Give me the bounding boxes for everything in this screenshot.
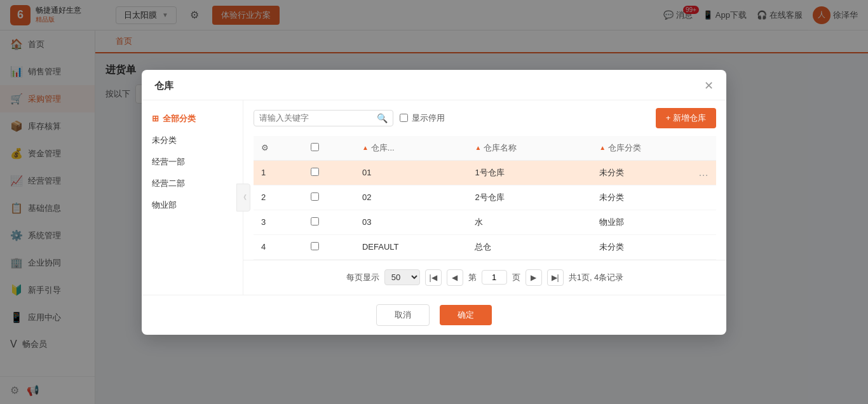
table-body: 1 01 1号仓库 未分类 … 2 [254,160,716,259]
th-code-label: 仓库... [371,142,395,154]
per-page-select[interactable]: 50 20 100 [384,269,420,285]
select-all-checkbox[interactable] [311,143,319,151]
category-unclassified[interactable]: 未分类 [142,130,243,151]
row-checkbox-4[interactable] [311,242,319,250]
th-name: ▲ 仓库名称 [467,136,592,161]
cancel-button[interactable]: 取消 [376,304,430,326]
warehouse-table: ⚙ ▲ 仓库... ▲ [254,136,716,260]
modal-footer: 取消 确定 [142,295,726,335]
category-panel: ⊞ 全部分类 未分类 经营一部 经营二部 物业部 《 [142,100,243,295]
row-name-2: 2号仓库 [467,185,592,210]
row-index-2: 2 [254,185,303,210]
category-operations-2[interactable]: 经营二部 [142,173,243,194]
category-operations-2-label: 经营二部 [152,178,185,189]
th-category-label: 仓库分类 [608,142,641,154]
page-suffix: 页 [512,272,520,283]
warehouse-modal: 仓库 ✕ ⊞ 全部分类 未分类 经营一部 经营二部 [142,70,726,335]
row-index-1: 1 [254,160,303,185]
row-check-2 [303,185,355,210]
table-wrap: ⚙ ▲ 仓库... ▲ [243,136,726,260]
modal-header: 仓库 ✕ [142,70,726,100]
row-check-4 [303,234,355,259]
row-category-3: 物业部 [592,210,716,234]
search-input[interactable] [259,113,377,123]
first-page-button[interactable]: |◀ [425,269,442,286]
table-row[interactable]: 4 DEFAULT 总仓 未分类 [254,234,716,259]
th-gear-icon: ⚙ [261,143,269,152]
table-toolbar: 🔍 显示停用 + 新增仓库 [243,100,726,136]
search-input-wrap: 🔍 [254,110,393,126]
next-page-button[interactable]: ▶ [526,269,542,286]
add-warehouse-button[interactable]: + 新增仓库 [656,108,716,128]
row-code-1: 01 [355,160,468,185]
category-operations-1[interactable]: 经营一部 [142,151,243,173]
category-all[interactable]: ⊞ 全部分类 [142,108,243,130]
table-header-row: ⚙ ▲ 仓库... ▲ [254,136,716,161]
page-number-input[interactable] [482,270,507,285]
search-icon[interactable]: 🔍 [377,113,388,123]
sort-icon-2: ▲ [475,144,481,151]
category-all-label: 全部分类 [163,113,196,125]
show-disabled-wrap: 显示停用 [400,112,445,124]
row-index-3: 3 [254,210,303,234]
row-checkbox-3[interactable] [311,217,319,226]
category-collapse-button[interactable]: 《 [236,184,250,212]
sort-icon-3: ▲ [599,144,606,151]
row-category-4: 未分类 [592,234,716,259]
table-row[interactable]: 1 01 1号仓库 未分类 … [254,160,716,185]
row-checkbox-1[interactable] [311,168,319,176]
th-checkbox [303,136,355,161]
modal-close-button[interactable]: ✕ [704,80,714,91]
row-name-3: 水 [467,210,592,234]
show-disabled-label: 显示停用 [412,112,445,124]
th-settings: ⚙ [254,136,303,161]
row-name-1: 1号仓库 [467,160,592,185]
row-category-2: 未分类 [592,185,716,210]
category-unclassified-label: 未分类 [152,135,177,146]
category-property-label: 物业部 [152,199,177,211]
show-disabled-checkbox[interactable] [400,114,408,122]
per-page-label: 每页显示 [346,272,379,283]
modal-overlay[interactable]: 仓库 ✕ ⊞ 全部分类 未分类 经营一部 经营二部 [0,0,868,404]
confirm-button[interactable]: 确定 [440,305,492,325]
category-property[interactable]: 物业部 [142,194,243,216]
last-page-button[interactable]: ▶| [547,269,564,286]
category-operations-1-label: 经营一部 [152,156,185,168]
modal-body: ⊞ 全部分类 未分类 经营一部 经营二部 物业部 《 [142,100,726,295]
row-check-1 [303,160,355,185]
grid-icon: ⊞ [152,114,159,123]
row-checkbox-2[interactable] [311,192,319,201]
row-code-4: DEFAULT [355,234,468,259]
modal-title: 仓库 [154,80,173,92]
table-panel: 🔍 显示停用 + 新增仓库 ⚙ [243,100,726,295]
sort-icon: ▲ [362,144,369,151]
row-actions-1[interactable]: … [698,167,709,178]
row-name-4: 总仓 [467,234,592,259]
th-code: ▲ 仓库... [355,136,468,161]
table-head: ⚙ ▲ 仓库... ▲ [254,136,716,161]
th-name-label: 仓库名称 [484,142,517,154]
page-prefix: 第 [468,272,477,283]
row-code-3: 03 [355,210,468,234]
th-category: ▲ 仓库分类 [592,136,716,161]
row-check-3 [303,210,355,234]
table-row[interactable]: 3 03 水 物业部 [254,210,716,234]
row-category-1: 未分类 … [592,160,716,185]
total-info: 共1页, 4条记录 [569,272,624,283]
row-code-2: 02 [355,185,468,210]
table-row[interactable]: 2 02 2号仓库 未分类 [254,185,716,210]
pagination: 每页显示 50 20 100 |◀ ◀ 第 页 ▶ ▶| 共1页, 4条记录 [243,260,726,295]
prev-page-button[interactable]: ◀ [447,269,463,286]
row-index-4: 4 [254,234,303,259]
